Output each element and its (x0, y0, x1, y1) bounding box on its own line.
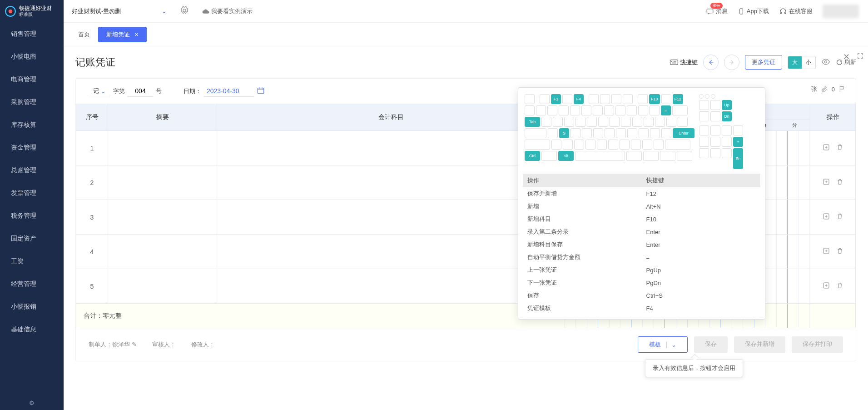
size-toggle[interactable]: 大 小 (788, 56, 816, 69)
gear-icon (180, 6, 188, 15)
svg-rect-2 (707, 9, 713, 13)
col-subject: 会计科目 (217, 104, 565, 131)
tab-home[interactable]: 首页 (70, 27, 98, 42)
edit-icon[interactable]: ✎ (132, 341, 137, 348)
sidebar-item[interactable]: 小畅电商 (0, 45, 64, 68)
avatar[interactable] (823, 5, 859, 18)
close-all-tabs[interactable]: ✕ (843, 52, 850, 62)
add-row-icon[interactable] (823, 178, 830, 187)
svg-rect-8 (675, 61, 676, 62)
sidebar-item[interactable]: 经营管理 (0, 273, 64, 295)
svg-rect-7 (674, 61, 675, 62)
add-row-icon[interactable] (823, 144, 830, 152)
template-button[interactable]: 模板⌄ (638, 336, 688, 353)
modifier: 修改人： (191, 340, 215, 349)
sidebar-item[interactable]: 基础信息 (0, 318, 64, 341)
col-ops: 操作 (810, 104, 856, 131)
calendar-icon[interactable] (257, 86, 265, 96)
total-cell: 合计：零元整 (76, 304, 565, 328)
sidebar-item[interactable]: 工资 (0, 250, 64, 273)
save-tooltip: 录入有效信息后，按钮才会启用 (645, 359, 743, 377)
logo-main-text: 畅捷通好业财 (19, 5, 52, 11)
add-row-icon[interactable] (823, 247, 830, 256)
svg-rect-3 (740, 9, 743, 14)
save-print-button[interactable]: 保存并打印 (792, 336, 843, 353)
service-button[interactable]: 在线客服 (779, 7, 813, 15)
headset-icon (779, 7, 787, 15)
messages-button[interactable]: 99+ 消息 (706, 7, 728, 15)
view-button[interactable] (821, 57, 830, 68)
size-large[interactable]: 大 (788, 56, 802, 69)
sidebar-item[interactable]: 发票管理 (0, 182, 64, 205)
more-vouchers-button[interactable]: 更多凭证 (745, 55, 782, 70)
chevron-down-icon: ⌄ (101, 88, 106, 95)
arrow-left-icon (708, 59, 714, 65)
shortcut-table: 操作快捷键 保存并新增F12新增Alt+N新增科目F10录入第二条分录Enter… (523, 174, 760, 315)
sidebar-item[interactable]: 销售管理 (0, 23, 64, 45)
delete-row-icon[interactable] (836, 178, 843, 187)
page-title: 记账凭证 (75, 55, 115, 69)
shortcut-button[interactable]: 快捷键 (670, 58, 698, 66)
chevron-down-icon: ⌄ (162, 8, 167, 15)
sidebar-item[interactable]: 总账管理 (0, 159, 64, 182)
sidebar-settings-icon[interactable]: ⚙ (0, 400, 64, 406)
settings-button[interactable] (175, 6, 194, 16)
eye-icon (821, 57, 830, 66)
sidebar-item[interactable]: 库存核算 (0, 114, 64, 136)
svg-rect-6 (673, 61, 674, 62)
company-name: 好业财测试-量勿删 (72, 7, 121, 15)
demo-link[interactable]: 我要看实例演示 (202, 7, 253, 15)
cloud-icon (202, 8, 209, 15)
chevron-down-icon: ⌄ (666, 341, 676, 348)
keyboard-icon (670, 59, 678, 65)
delete-row-icon[interactable] (836, 282, 843, 290)
creator: 制单人：徐泽华 ✎ (89, 340, 137, 349)
col-seq: 序号 (76, 104, 108, 131)
tab-new-voucher[interactable]: 新增凭证 ✕ (98, 27, 147, 42)
svg-rect-5 (671, 61, 672, 62)
svg-point-10 (825, 60, 827, 63)
refresh-icon (836, 59, 843, 66)
attach-label: 张 (811, 85, 817, 93)
sidebar-item[interactable]: 电商管理 (0, 68, 64, 91)
tabs: 首页 新增凭证 ✕ (64, 23, 868, 46)
voucher-type-select[interactable]: 记 ⌄ (89, 85, 110, 97)
download-button[interactable]: App下载 (738, 7, 769, 15)
add-row-icon[interactable] (823, 282, 830, 290)
close-icon[interactable]: ✕ (134, 32, 139, 37)
shortcut-popover: F1F4 F10F12 = Tab SEnter CtrlAlt Up (518, 87, 765, 320)
sidebar: 销售管理 小畅电商 电商管理 采购管理 库存核算 资金管理 总账管理 发票管理 … (0, 23, 64, 410)
sidebar-item[interactable]: 小畅报销 (0, 295, 64, 318)
sidebar-item[interactable]: 采购管理 (0, 91, 64, 114)
delete-row-icon[interactable] (836, 213, 843, 221)
logo: 畅捷通好业财标准版 (0, 0, 64, 23)
size-small[interactable]: 小 (802, 56, 815, 69)
prev-voucher-button[interactable] (703, 55, 719, 70)
svg-rect-4 (670, 60, 678, 65)
col-summary: 摘要 (108, 104, 217, 131)
add-row-icon[interactable] (823, 213, 830, 221)
sidebar-item[interactable]: 固定资产 (0, 227, 64, 250)
svg-rect-9 (672, 63, 676, 64)
next-voucher-button[interactable] (724, 55, 739, 70)
svg-rect-11 (258, 88, 264, 94)
save-button[interactable]: 保存 (694, 336, 728, 353)
voucher-number-input[interactable] (128, 85, 153, 97)
sidebar-item[interactable]: 税务管理 (0, 205, 64, 227)
voucher-date-input[interactable] (204, 85, 254, 97)
delete-row-icon[interactable] (836, 144, 843, 152)
message-badge: 99+ (710, 3, 723, 9)
delete-row-icon[interactable] (836, 247, 843, 256)
logo-sub-text: 标准版 (19, 12, 52, 17)
auditor: 审核人： (152, 340, 176, 349)
arrow-right-icon (729, 59, 735, 65)
fullscreen-icon[interactable] (857, 53, 863, 60)
save-new-button[interactable]: 保存并新增 (734, 336, 785, 353)
attachment-icon[interactable] (821, 85, 828, 93)
company-selector[interactable]: 好业财测试-量勿删 ⌄ (64, 7, 175, 15)
flag-icon[interactable] (838, 85, 846, 93)
svg-point-1 (9, 9, 13, 13)
sidebar-item[interactable]: 资金管理 (0, 136, 64, 159)
phone-icon (738, 8, 745, 15)
logo-icon (5, 5, 16, 17)
